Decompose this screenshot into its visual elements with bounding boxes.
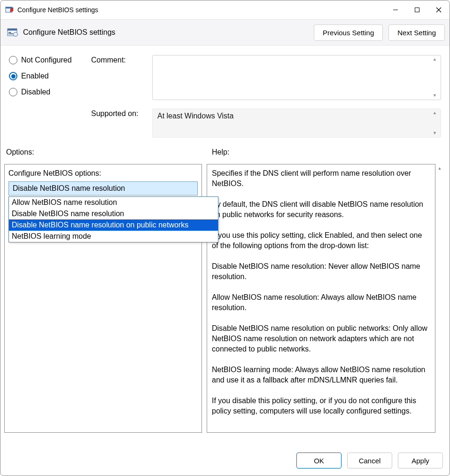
app-icon xyxy=(5,6,14,14)
help-text: If you disable this policy setting, or i… xyxy=(212,396,430,416)
next-setting-button[interactable]: Next Setting xyxy=(388,24,445,41)
help-text: NetBIOS learning mode: Always allow NetB… xyxy=(212,365,430,385)
cancel-button[interactable]: Cancel xyxy=(347,453,392,468)
supported-scrollbar[interactable]: ▲ ▼ xyxy=(433,109,439,137)
apply-button[interactable]: Apply xyxy=(398,453,443,468)
dropdown-item-selected[interactable]: Disable NetBIOS name resolution on publi… xyxy=(9,219,218,231)
dialog-button-bar: OK Cancel Apply xyxy=(0,445,450,476)
meta-column: Comment: ▲ ▼ Supported on: At least Wind… xyxy=(91,55,441,138)
scroll-up-icon: ▲ xyxy=(433,111,439,115)
upper-section: Not Configured Enabled Disabled Comment:… xyxy=(0,46,450,140)
titlebar: Configure NetBIOS settings xyxy=(0,0,450,19)
state-radio-group: Not Configured Enabled Disabled xyxy=(9,55,91,138)
radio-label: Enabled xyxy=(21,72,49,80)
maximize-button[interactable] xyxy=(406,0,428,19)
help-text: Disable NetBIOS name resolution on publi… xyxy=(212,323,430,354)
header-title: Configure NetBIOS settings xyxy=(23,28,116,37)
scroll-up-icon: ▲ xyxy=(438,166,442,171)
radio-not-configured[interactable]: Not Configured xyxy=(9,56,91,64)
comment-textarea[interactable]: ▲ ▼ xyxy=(152,55,441,100)
help-text: If you use this policy setting, click En… xyxy=(212,230,430,251)
help-scrollbar[interactable]: ▲ xyxy=(435,164,444,433)
help-label: Help: xyxy=(212,148,441,156)
configure-options-label: Configure NetBIOS options: xyxy=(5,169,202,181)
radio-disabled[interactable]: Disabled xyxy=(9,88,91,96)
dialog-window: Configure NetBIOS settings Configure Net… xyxy=(0,0,450,476)
lower-section: Configure NetBIOS options: Disable NetBI… xyxy=(0,159,450,445)
dropdown-item[interactable]: Allow NetBIOS name resolution xyxy=(9,197,218,208)
dropdown-item[interactable]: NetBIOS learning mode xyxy=(9,231,218,242)
netbios-options-dropdown-list: Allow NetBIOS name resolution Disable Ne… xyxy=(8,196,218,242)
previous-setting-button[interactable]: Previous Setting xyxy=(314,24,383,41)
comment-scrollbar[interactable]: ▲ ▼ xyxy=(433,55,439,100)
svg-point-10 xyxy=(14,32,18,37)
close-button[interactable] xyxy=(428,0,450,19)
supported-on-value: At least Windows Vista xyxy=(157,112,233,120)
minimize-button[interactable] xyxy=(385,0,406,19)
header-bar: Configure NetBIOS settings Previous Sett… xyxy=(0,19,450,46)
radio-circle-selected-icon xyxy=(9,72,17,80)
netbios-options-combobox[interactable]: Disable NetBIOS name resolution xyxy=(8,181,198,195)
radio-enabled[interactable]: Enabled xyxy=(9,72,91,80)
radio-circle-icon xyxy=(9,56,17,64)
help-text: Allow NetBIOS name resolution: Always al… xyxy=(212,292,430,313)
scroll-up-icon: ▲ xyxy=(433,57,439,62)
scroll-down-icon: ▼ xyxy=(433,94,439,98)
radio-label: Not Configured xyxy=(21,56,72,64)
supported-on-label: Supported on: xyxy=(91,109,152,118)
options-label: Options: xyxy=(6,148,199,156)
scroll-down-icon: ▼ xyxy=(433,131,439,135)
svg-rect-3 xyxy=(415,8,419,12)
combobox-value: Disable NetBIOS name resolution xyxy=(13,184,125,193)
svg-rect-7 xyxy=(8,29,17,31)
radio-circle-icon xyxy=(9,88,17,96)
ok-button[interactable]: OK xyxy=(296,453,341,468)
section-labels: Options: Help: xyxy=(0,140,450,159)
options-panel: Configure NetBIOS options: Disable NetBI… xyxy=(4,164,202,433)
svg-rect-8 xyxy=(8,32,11,33)
help-text: Disable NetBIOS name resolution: Never a… xyxy=(212,261,430,282)
help-panel: Specifies if the DNS client will perform… xyxy=(207,164,435,433)
svg-rect-1 xyxy=(6,7,12,8)
policy-icon xyxy=(7,28,18,37)
window-title: Configure NetBIOS settings xyxy=(17,6,98,14)
help-text: By default, the DNS client will disable … xyxy=(212,199,430,220)
help-text: Specifies if the DNS client will perform… xyxy=(212,168,430,189)
comment-label: Comment: xyxy=(91,55,152,64)
dropdown-item[interactable]: Disable NetBIOS name resolution xyxy=(9,208,218,219)
svg-rect-9 xyxy=(8,33,13,34)
supported-on-field: At least Windows Vista ▲ ▼ xyxy=(152,109,441,138)
radio-label: Disabled xyxy=(21,88,50,96)
help-wrap: Specifies if the DNS client will perform… xyxy=(207,164,444,433)
